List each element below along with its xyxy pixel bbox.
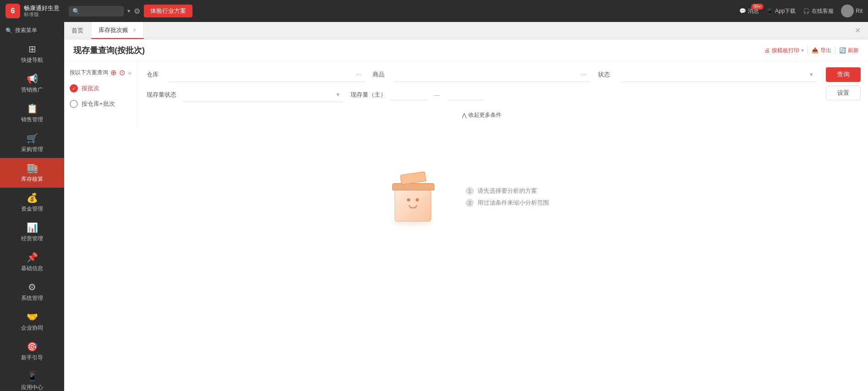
settings-btn[interactable]: 设置 xyxy=(826,86,861,100)
sidebar-item-label: 基础信息 xyxy=(21,265,43,272)
newbie-icon: 🎯 xyxy=(27,341,38,352)
warehouse-label: 仓库 xyxy=(147,71,165,79)
filter-row-1: 仓库 ··· 商品 ··· xyxy=(147,67,817,82)
collapse-btn-label: 收起更多条件 xyxy=(468,111,501,119)
base-info-icon: 📌 xyxy=(27,252,38,263)
sidebar-item-label: 营销推广 xyxy=(21,86,43,94)
inventory-status-field: 现存量状态 ▾ xyxy=(147,87,343,102)
sidebar-item-purchase[interactable]: 🛒 采购管理 xyxy=(0,128,64,158)
refresh-btn[interactable]: 🔄 刷新 xyxy=(839,47,859,54)
template-print-btn[interactable]: 🖨 按模板打印 ▾ xyxy=(764,47,804,54)
experience-btn[interactable]: 体验行业方案 xyxy=(144,5,192,17)
scheme-item-by-warehouse-batch[interactable]: 按仓库+批次 xyxy=(64,96,137,112)
filter-actions: 查询 设置 xyxy=(826,62,868,128)
divider xyxy=(808,47,808,54)
sidebar-item-label: 快捷导航 xyxy=(21,56,43,64)
product-input[interactable] xyxy=(398,69,579,80)
quick-nav-icon: ⊞ xyxy=(28,43,36,54)
filter-right: 仓库 ··· 商品 ··· xyxy=(137,62,826,128)
finance-icon: 💰 xyxy=(27,192,38,203)
tab-inventory-batch[interactable]: 库存批次账 × xyxy=(91,22,144,39)
inventory-qty-from[interactable] xyxy=(390,89,427,100)
scheme-inactive-icon xyxy=(70,100,78,108)
warehouse-field: 仓库 ··· xyxy=(147,67,365,82)
inventory-qty-to[interactable] xyxy=(447,89,484,100)
scheme-add-icon[interactable]: ⊕ xyxy=(110,68,116,77)
page-title: 现存量查询(按批次) xyxy=(73,45,145,56)
app-download-btn[interactable]: 📱 App下载 xyxy=(766,7,796,15)
divider xyxy=(835,47,835,54)
hint-2: 2 用过滤条件来缩小分析范围 xyxy=(466,199,549,207)
sidebar-item-system[interactable]: ⚙ 系统管理 xyxy=(0,277,64,307)
sidebar-item-label: 资金管理 xyxy=(21,205,43,213)
messages-btn[interactable]: 💬 消息 99+ xyxy=(739,7,759,15)
topbar-gear-icon[interactable]: ⚙ xyxy=(134,7,140,16)
product-label: 商品 xyxy=(373,71,391,79)
close-panel-icon[interactable]: ✕ xyxy=(847,26,868,35)
sidebar-item-finance[interactable]: 💰 资金管理 xyxy=(0,188,64,217)
status-field: 状态 ▾ xyxy=(598,67,817,82)
sidebar-item-quick-nav[interactable]: ⊞ 快捷导航 xyxy=(0,39,64,69)
status-input[interactable] xyxy=(624,69,808,80)
sidebar-item-cooperation[interactable]: 🤝 企业协同 xyxy=(0,307,64,337)
scheme-collapse-icon[interactable]: « xyxy=(128,69,132,76)
tab-home-label: 首页 xyxy=(71,27,83,35)
sidebar-item-label: 库存核算 xyxy=(21,175,43,183)
page-content: 现存量查询(按批次) 🖨 按模板打印 ▾ 📤 导出 🔄 xyxy=(64,39,868,391)
scheme-item-label: 按批次 xyxy=(82,84,99,92)
topbar-search-input[interactable] xyxy=(82,8,119,14)
export-btn[interactable]: 📤 导出 xyxy=(812,47,831,54)
product-dots-icon[interactable]: ··· xyxy=(581,71,587,79)
box-lid xyxy=(392,183,434,190)
app-icon: 📱 xyxy=(766,8,773,14)
app-logo: 6 xyxy=(5,4,20,18)
tab-close-icon[interactable]: × xyxy=(133,27,136,33)
inventory-status-input[interactable] xyxy=(186,89,335,100)
scheme-manage-icon[interactable]: ⊙ xyxy=(119,68,125,77)
hint-num-2: 2 xyxy=(466,199,474,207)
username-label: Rit xyxy=(856,8,863,14)
refresh-icon: 🔄 xyxy=(839,47,846,54)
sidebar: 🔍 搜索菜单 ⊞ 快捷导航 📢 营销推广 📋 销售管理 🛒 采购管理 🏬 库存核… xyxy=(0,22,64,391)
topbar: 6 畅康通好生意 标准版 🔍 ▾ ⚙ 体验行业方案 💬 消息 99+ 📱 App… xyxy=(0,0,868,22)
sidebar-item-label: 新手引导 xyxy=(21,354,43,362)
scheme-header-actions: ⊕ ⊙ « xyxy=(110,68,132,77)
tab-home[interactable]: 首页 xyxy=(64,22,91,39)
online-service-btn[interactable]: 🎧 在线客服 xyxy=(803,7,834,15)
user-avatar[interactable]: Rit xyxy=(841,5,863,17)
inventory-status-dropdown-icon[interactable]: ▾ xyxy=(336,91,340,98)
topbar-search-box[interactable]: 🔍 xyxy=(69,6,124,16)
sidebar-item-newbie[interactable]: 🎯 新手引导 xyxy=(0,337,64,366)
inventory-qty-label: 现存量（主） xyxy=(351,91,386,99)
empty-illustration xyxy=(383,165,447,229)
service-icon: 🎧 xyxy=(803,8,810,14)
scheme-item-label: 按仓库+批次 xyxy=(82,100,115,108)
filter-fields: 仓库 ··· 商品 ··· xyxy=(137,62,826,128)
search-icon: 🔍 xyxy=(72,8,80,15)
sidebar-item-sales[interactable]: 📋 销售管理 xyxy=(0,98,64,128)
warehouse-input[interactable] xyxy=(172,69,353,80)
export-icon: 📤 xyxy=(812,47,819,54)
collapse-more-btn[interactable]: ⋀ 收起更多条件 xyxy=(147,108,817,123)
sidebar-item-app-center[interactable]: 📱 应用中心 xyxy=(0,366,64,391)
brand-name: 畅康通好生意 xyxy=(24,5,60,12)
hint-text-1: 请先选择要分析的方案 xyxy=(478,187,537,195)
sidebar-item-operations[interactable]: 📊 经营管理 xyxy=(0,217,64,247)
system-icon: ⚙ xyxy=(28,282,36,293)
box-body xyxy=(395,190,431,222)
query-btn[interactable]: 查询 xyxy=(826,67,861,82)
messages-badge: 99+ xyxy=(751,4,764,10)
sidebar-item-inventory[interactable]: 🏬 库存核算 xyxy=(0,158,64,188)
sidebar-item-marketing[interactable]: 📢 营销推广 xyxy=(0,69,64,98)
sidebar-item-base-info[interactable]: 📌 基础信息 xyxy=(0,247,64,277)
topbar-dropdown-icon[interactable]: ▾ xyxy=(127,8,130,14)
product-field: 商品 ··· xyxy=(373,67,591,82)
scheme-header-title: 按以下方案查询 xyxy=(70,69,108,76)
sidebar-search[interactable]: 🔍 搜索菜单 xyxy=(0,22,64,39)
print-dropdown-icon[interactable]: ▾ xyxy=(801,47,804,54)
warehouse-dots-icon[interactable]: ··· xyxy=(355,71,361,79)
sidebar-item-label: 采购管理 xyxy=(21,146,43,153)
sidebar-item-label: 经营管理 xyxy=(21,235,43,243)
scheme-item-by-batch[interactable]: ✓ 按批次 xyxy=(64,81,137,96)
status-dropdown-icon[interactable]: ▾ xyxy=(810,71,813,78)
